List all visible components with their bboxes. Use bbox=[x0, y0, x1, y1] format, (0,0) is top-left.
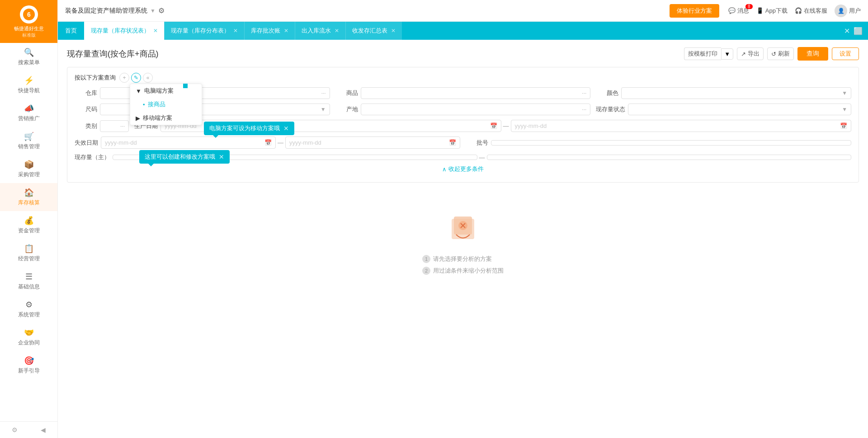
expire-date-end-cal[interactable]: 📅 bbox=[449, 139, 456, 146]
warehouse-label: 仓库 bbox=[75, 89, 97, 97]
header-msg-btn[interactable]: 💬 8 消息 bbox=[728, 7, 749, 15]
sidebar-settings-btn[interactable]: ⚙ bbox=[12, 426, 18, 433]
category-select-arrow: ··· bbox=[120, 123, 125, 129]
dot-indicator bbox=[183, 84, 188, 88]
prod-date-end-cal[interactable]: 📅 bbox=[840, 122, 847, 129]
sidebar: 6 畅捷通好生意 标准版 🔍 搜索菜单 ⚡ 快捷导航 📣 营销推广 🛒 销售管理… bbox=[0, 0, 58, 438]
empty-state: 1 请先选择要分析的方案 2 用过滤条件来缩小分析范围 bbox=[67, 183, 859, 304]
scheme-pc-child[interactable]: • 接商品 bbox=[130, 98, 202, 111]
window-maximize-btn[interactable]: ⬜ bbox=[854, 27, 863, 35]
field-size: 尺码 ▼ bbox=[75, 104, 330, 115]
page-content: 现存量查询(按仓库+商品) 按模板打印 ▼ ↗ 导出 ↺ 刷新 查询 bbox=[58, 40, 868, 438]
sidebar-item-finance[interactable]: 💰 资金管理 bbox=[0, 211, 57, 239]
sidebar-item-operation[interactable]: 📋 经营管理 bbox=[0, 239, 57, 267]
header-support-btn[interactable]: 🎧 在线客服 bbox=[795, 7, 827, 15]
batch-no-label: 批号 bbox=[466, 139, 488, 147]
tab-inventory-dist[interactable]: 现存量（库存分布表） ✕ bbox=[164, 22, 244, 40]
filter-header: 按以下方案查询 + ✎ « bbox=[75, 73, 851, 83]
stock-qty-end-input[interactable] bbox=[487, 155, 852, 160]
tab-inventory-dist-close[interactable]: ✕ bbox=[233, 28, 238, 34]
scheme-mobile-item[interactable]: ▶ 移动端方案 bbox=[130, 111, 202, 125]
batch-no-input[interactable] bbox=[491, 140, 851, 146]
filter-section: 按以下方案查询 + ✎ « ▼ 电脑端方案 bbox=[67, 67, 859, 183]
sidebar-item-coop[interactable]: 🤝 企业协同 bbox=[0, 323, 57, 351]
prod-date-end-input[interactable]: yyyy-mm-dd 📅 bbox=[511, 120, 852, 132]
tab-inventory-batch[interactable]: 库存批次账 ✕ bbox=[244, 22, 295, 40]
expire-date-end-input[interactable]: yyyy-mm-dd 📅 bbox=[285, 137, 460, 149]
field-color: 颜色 ▼ bbox=[596, 87, 851, 99]
scheme-pc-child-icon: • bbox=[143, 101, 145, 108]
tab-inventory-status[interactable]: 现存量（库存状况表） ✕ bbox=[84, 22, 164, 40]
edit-scheme-tooltip: 这里可以创建和修改方案哦 ✕ bbox=[139, 150, 230, 164]
expire-date-end-placeholder: yyyy-mm-dd bbox=[289, 139, 321, 146]
goods-select[interactable]: ··· bbox=[361, 87, 591, 99]
sidebar-item-newbie[interactable]: 🎯 新手引导 bbox=[0, 351, 57, 379]
svg-text:6: 6 bbox=[27, 11, 31, 18]
tab-inventory-status-close[interactable]: ✕ bbox=[153, 28, 158, 34]
app-icon: 📱 bbox=[756, 7, 764, 14]
edit-tooltip-close[interactable]: ✕ bbox=[219, 153, 224, 160]
add-scheme-wrap: + bbox=[119, 73, 129, 83]
category-select[interactable]: ··· bbox=[100, 120, 129, 132]
export-icon: ↗ bbox=[741, 51, 746, 57]
warehouse-select-arrow: ··· bbox=[321, 90, 326, 96]
pc-tooltip-close[interactable]: ✕ bbox=[283, 125, 289, 132]
header-actions: 💬 8 消息 📱 App下载 🎧 在线客服 👤 用户 bbox=[728, 5, 861, 17]
export-btn[interactable]: ↗ 导出 bbox=[737, 47, 764, 60]
window-close-btn[interactable]: ✕ bbox=[844, 27, 850, 35]
tab-in-out-flow-close[interactable]: ✕ bbox=[335, 28, 339, 34]
sidebar-item-guide[interactable]: ⚡ 快捷导航 bbox=[0, 71, 57, 99]
color-select[interactable]: ▼ bbox=[621, 87, 851, 99]
size-label: 尺码 bbox=[75, 105, 97, 113]
sidebar-item-inventory[interactable]: 🏠 库存核算 bbox=[0, 183, 57, 211]
header-settings-btn[interactable]: ⚙ bbox=[158, 6, 165, 15]
tab-in-out-flow[interactable]: 出入库流水 ✕ bbox=[295, 22, 345, 40]
expire-date-start-cal[interactable]: 📅 bbox=[264, 139, 272, 146]
sidebar-item-sales[interactable]: 🛒 销售管理 bbox=[0, 127, 57, 155]
system-dropdown-arrow[interactable]: ▼ bbox=[150, 8, 156, 14]
header-user-btn[interactable]: 👤 用户 bbox=[835, 5, 861, 17]
collapse-label: 收起更多条件 bbox=[448, 165, 484, 173]
print-btn-group: 按模板打印 ▼ bbox=[684, 47, 733, 60]
tab-inventory-batch-close[interactable]: ✕ bbox=[284, 28, 288, 34]
sidebar-nav: 🔍 搜索菜单 ⚡ 快捷导航 📣 营销推广 🛒 销售管理 📦 采购管理 🏠 库存核… bbox=[0, 43, 57, 421]
size-select-arrow: ▼ bbox=[321, 106, 326, 113]
sidebar-item-marketing[interactable]: 📣 营销推广 bbox=[0, 99, 57, 127]
stock-qty-label: 现存量（主） bbox=[75, 153, 110, 161]
edit-scheme-btn[interactable]: ✎ bbox=[131, 73, 141, 83]
origin-select[interactable]: ··· bbox=[361, 104, 591, 115]
tab-collect-summary-close[interactable]: ✕ bbox=[391, 28, 396, 34]
filter-row-4: 失效日期 yyyy-mm-dd 📅 — yyyy-mm-dd 📅 bbox=[75, 137, 851, 149]
search-nav-icon: 🔍 bbox=[24, 47, 34, 57]
print-dropdown-btn[interactable]: ▼ bbox=[721, 48, 733, 60]
origin-select-arrow: ··· bbox=[582, 106, 586, 113]
stock-status-select[interactable]: ▼ bbox=[628, 104, 851, 115]
header-app-btn[interactable]: 📱 App下载 bbox=[756, 7, 788, 15]
back-scheme-btn[interactable]: « bbox=[143, 73, 153, 83]
empty-tips: 1 请先选择要分析的方案 2 用过滤条件来缩小分析范围 bbox=[422, 253, 504, 277]
tab-collect-summary[interactable]: 收发存汇总表 ✕ bbox=[345, 22, 402, 40]
sidebar-item-search[interactable]: 🔍 搜索菜单 bbox=[0, 43, 57, 71]
tab-home[interactable]: 首页 bbox=[58, 22, 84, 40]
set-btn[interactable]: 设置 bbox=[832, 47, 859, 60]
trial-btn[interactable]: 体验行业方案 bbox=[670, 4, 719, 18]
scheme-pc-item[interactable]: ▼ 电脑端方案 bbox=[130, 84, 202, 98]
refresh-btn[interactable]: ↺ 刷新 bbox=[767, 47, 794, 60]
scheme-panel: ▼ 电脑端方案 • 接商品 ▶ 移动端方案 bbox=[130, 84, 202, 125]
expire-date-start-input[interactable]: yyyy-mm-dd 📅 bbox=[101, 137, 276, 149]
sidebar-item-system[interactable]: ⚙ 系统管理 bbox=[0, 295, 57, 323]
sidebar-item-basic[interactable]: ☰ 基础信息 bbox=[0, 267, 57, 295]
print-btn[interactable]: 按模板打印 bbox=[684, 47, 721, 60]
query-btn[interactable]: 查询 bbox=[797, 47, 828, 61]
sidebar-collapse-btn[interactable]: ◀ bbox=[41, 426, 46, 433]
user-avatar-icon: 👤 bbox=[838, 8, 844, 14]
sidebar-item-purchase[interactable]: 📦 采购管理 bbox=[0, 155, 57, 183]
category-label: 类别 bbox=[75, 122, 97, 130]
pc-scheme-tooltip: 电脑方案可设为移动方案哦 ✕ bbox=[204, 122, 294, 135]
prod-date-start-cal[interactable]: 📅 bbox=[490, 122, 497, 129]
goods-select-arrow: ··· bbox=[582, 90, 586, 96]
collapse-bar[interactable]: ∧ 收起更多条件 bbox=[75, 161, 851, 177]
page-actions: 按模板打印 ▼ ↗ 导出 ↺ 刷新 查询 设置 bbox=[684, 47, 859, 61]
expire-date-start-placeholder: yyyy-mm-dd bbox=[105, 139, 137, 146]
add-scheme-btn[interactable]: + bbox=[119, 73, 129, 83]
